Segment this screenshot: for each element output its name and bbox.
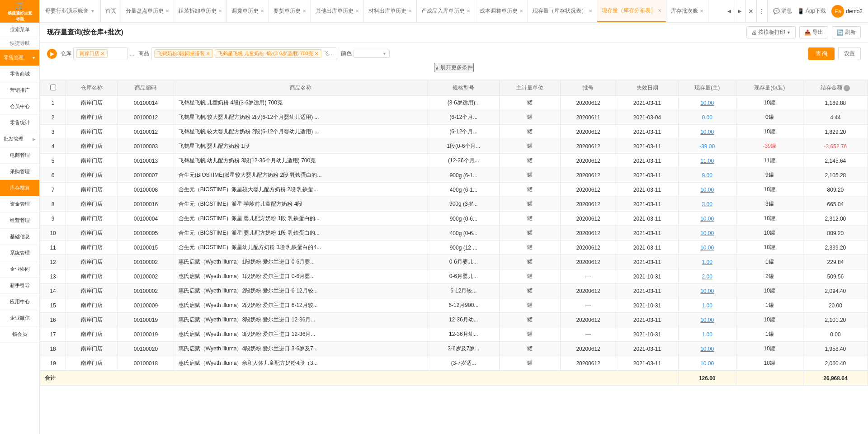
- row-qty-main[interactable]: 10.00: [678, 313, 736, 327]
- user-menu[interactable]: Ea demo2: [831, 5, 863, 18]
- row-qty-main[interactable]: 3.00: [678, 197, 736, 212]
- sidebar-item-new-guide[interactable]: 新手引导: [0, 278, 39, 294]
- product-tag-close-icon[interactable]: ✕: [206, 51, 210, 56]
- tab-close-icon[interactable]: ✕: [658, 8, 661, 13]
- tab-requisition[interactable]: 要货单历史 ✕: [269, 0, 311, 22]
- query-button[interactable]: 查询: [808, 47, 835, 60]
- row-qty-main[interactable]: 9.00: [678, 168, 736, 183]
- tab-next-button[interactable]: ▶: [735, 0, 746, 23]
- template-print-button[interactable]: 🖨 按模板打印 ▼: [746, 26, 796, 38]
- row-qty-main[interactable]: 2.00: [678, 269, 736, 284]
- industry-name: 母婴行业演示账套: [45, 7, 89, 15]
- row-code: 00100002: [118, 284, 174, 298]
- export-button[interactable]: 📤 导出: [799, 26, 828, 38]
- sidebar-item-ecommerce[interactable]: 电商管理: [0, 147, 39, 164]
- row-qty-main[interactable]: 10.00: [678, 284, 736, 298]
- row-unit: 罐: [499, 139, 560, 154]
- sidebar-item-marketing[interactable]: 营销推广: [0, 82, 39, 99]
- filter-more-icon[interactable]: …: [129, 51, 135, 57]
- product-tag-close-icon[interactable]: ✕: [315, 51, 318, 56]
- industry-label[interactable]: 母婴行业演示账套 ▼: [45, 7, 95, 15]
- sidebar-item-member[interactable]: 畅会员: [0, 326, 39, 343]
- warehouse-tag-nanai: 南岸门店 ✕: [76, 49, 108, 58]
- row-qty-main[interactable]: 10.00: [678, 241, 736, 255]
- tab-inventory-dist[interactable]: 现存量（库存分布表） ✕: [597, 0, 666, 22]
- row-qty-main[interactable]: 10.00: [678, 212, 736, 226]
- tab-inventory-status[interactable]: 现存量（库存状况表） ✕: [528, 0, 597, 22]
- sidebar-item-finance[interactable]: 资金管理: [0, 196, 39, 212]
- tab-close-icon[interactable]: ✕: [355, 9, 359, 14]
- row-qty-main[interactable]: 1.00: [678, 255, 736, 269]
- sidebar-item-member-center[interactable]: 会员中心: [0, 99, 39, 115]
- row-qty-main[interactable]: 10.00: [678, 356, 736, 371]
- industry-selector[interactable]: 母婴行业演示账套 ▼: [40, 0, 101, 22]
- warehouse-filter-tags[interactable]: 南岸门店 ✕: [73, 47, 127, 60]
- row-qty-main[interactable]: 1.00: [678, 298, 736, 313]
- tab-split-inventory[interactable]: 分量盘点单历史 ✕: [121, 0, 174, 22]
- tab-cost-adjust[interactable]: 成本调整单历史 ✕: [475, 0, 528, 22]
- tab-mix-order[interactable]: 调拨单历史 ✕: [227, 0, 269, 22]
- tab-prev-button[interactable]: ◀: [724, 0, 735, 23]
- row-no: 2: [40, 110, 66, 125]
- filter-expand-button[interactable]: ▶: [47, 49, 57, 59]
- tab-close-icon[interactable]: ✕: [519, 9, 523, 14]
- tab-close-icon[interactable]: ✕: [218, 9, 222, 14]
- sidebar-item-app-center[interactable]: 应用中心: [0, 294, 39, 310]
- tab-close-icon[interactable]: ✕: [700, 9, 703, 14]
- row-qty-main[interactable]: 10.00: [678, 226, 736, 241]
- tab-close-icon[interactable]: ✕: [589, 9, 592, 14]
- warehouse-tag-text: 南岸门店: [80, 50, 99, 57]
- sidebar-item-purchase[interactable]: 采购管理: [0, 164, 39, 180]
- color-select[interactable]: ▼: [354, 50, 390, 58]
- sidebar-item-enterprise[interactable]: 企业协同: [0, 261, 39, 278]
- sidebar-item-retail-stats[interactable]: 零售统计: [0, 115, 39, 131]
- sidebar-item-enterprise-wechat[interactable]: 企业微信: [0, 310, 39, 326]
- tab-close-icon[interactable]: ✕: [165, 9, 169, 14]
- sidebar-item-inventory[interactable]: 库存核算: [0, 180, 39, 196]
- inventory-table: 仓库名称 商品编码 商品名称 规格型号 主计量单位 批号 失效日期 现存量(主)…: [40, 80, 868, 386]
- sidebar-search[interactable]: 搜索菜单: [0, 23, 39, 37]
- tab-close-icon[interactable]: ✕: [302, 9, 306, 14]
- tab-close-icon[interactable]: ✕: [260, 9, 264, 14]
- tab-close-icon[interactable]: ✕: [408, 9, 412, 14]
- product-tag-more[interactable]: 飞…: [323, 50, 334, 57]
- tab-close-icon[interactable]: ✕: [467, 9, 470, 14]
- row-code: 00100012: [118, 110, 174, 125]
- row-qty-main[interactable]: 10.00: [678, 183, 736, 197]
- row-qty-main[interactable]: 10.00: [678, 125, 736, 139]
- row-qty-main[interactable]: 10.00: [678, 96, 736, 110]
- tab-disassemble[interactable]: 组装拆卸单历史 ✕: [174, 0, 227, 22]
- row-qty-main[interactable]: -39.00: [678, 139, 736, 154]
- product-filter-tags[interactable]: 飞鹤奶粉3段同捆搭装 ✕ 飞鹤星飞帆 儿童奶粉 4段(3-6岁适用) 700克 …: [151, 47, 337, 60]
- warehouse-tag-close-icon[interactable]: ✕: [101, 51, 104, 56]
- row-qty-main[interactable]: 0.00: [678, 110, 736, 125]
- sidebar-item-retail-shop[interactable]: 零售商城: [0, 66, 39, 82]
- expand-more-button[interactable]: ∨ 展开更多条件: [434, 63, 474, 72]
- tab-product-in[interactable]: 产成品入库单历史 ✕: [417, 0, 475, 22]
- app-download-button[interactable]: 📱 App下载: [797, 7, 826, 15]
- row-qty-main[interactable]: 11.00: [678, 154, 736, 168]
- message-button[interactable]: 💬 消息: [773, 7, 792, 15]
- total-label: 合计: [40, 371, 679, 386]
- tab-batch-ledger[interactable]: 库存批次账 ✕: [666, 0, 708, 22]
- sidebar-item-sys-mgmt[interactable]: 系统管理: [0, 245, 39, 261]
- sidebar-item-wholesale[interactable]: 批发管理 ▶: [0, 131, 39, 147]
- row-batch: 20200612: [560, 356, 616, 371]
- sidebar-shortcut[interactable]: 快捷导航: [0, 37, 39, 50]
- sidebar-item-retail-mgmt[interactable]: 零售管理 ▼: [0, 50, 39, 66]
- refresh-button[interactable]: 🔄 刷新: [832, 26, 861, 38]
- balance-info-icon[interactable]: i: [844, 85, 850, 91]
- sidebar-item-ops[interactable]: 经营管理: [0, 212, 39, 229]
- logo[interactable]: 🛒 畅捷通好生意 标题: [0, 0, 39, 23]
- tab-menu-button[interactable]: ⋮: [757, 0, 768, 23]
- row-qty-main[interactable]: 1.00: [678, 327, 736, 342]
- tab-other-out[interactable]: 其他出库单历史 ✕: [311, 0, 364, 22]
- settings-button[interactable]: 设置: [838, 47, 861, 60]
- tab-material-out[interactable]: 材料出库单历史 ✕: [364, 0, 417, 22]
- tab-home[interactable]: 首页: [101, 0, 121, 22]
- row-qty-main[interactable]: 10.00: [678, 342, 736, 356]
- tab-close-all-button[interactable]: ✕: [746, 0, 757, 23]
- sidebar-item-label: 库存核算: [10, 184, 30, 191]
- select-all-checkbox[interactable]: [50, 85, 56, 90]
- sidebar-item-basic-info[interactable]: 基础信息: [0, 229, 39, 245]
